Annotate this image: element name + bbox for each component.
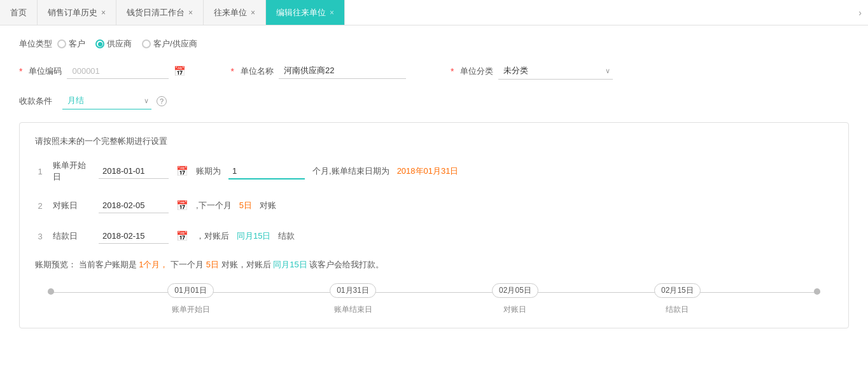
period-box: 请按照未来的一个完整帐期进行设置 1 账单开始日 📅 账期为 个月,账单结束日期…: [19, 122, 849, 328]
period-row-1-desc-prefix: 账期为: [196, 165, 221, 177]
unit-code-icon[interactable]: 📅: [174, 66, 186, 77]
preview-text3: 对账，对账后: [221, 260, 271, 269]
period-row-3-cal[interactable]: 📅: [176, 230, 188, 242]
main-content: 单位类型 客户 供应商 客户/供应商 * 单位编码: [0, 25, 868, 387]
payment-value: 月结: [67, 95, 141, 106]
payment-arrow: ∨: [144, 97, 149, 105]
tab-partner[interactable]: 往来单位 ×: [204, 0, 266, 25]
tab-partner-label: 往来单位: [214, 7, 247, 18]
period-row-3-desc: ，对账后: [196, 230, 229, 242]
tab-sales-history-label: 销售订单历史: [48, 7, 97, 18]
period-row-2-date[interactable]: [99, 198, 169, 213]
period-row-1: 1 账单开始日 📅 账期为 个月,账单结束日期为 2018年01月31日: [35, 160, 833, 183]
preview-label: 账期预览：: [35, 260, 76, 269]
period-row-2-suffix: 对账: [260, 200, 276, 211]
preview-text2: 下一个月: [171, 260, 204, 269]
period-row-3: 3 结款日 📅 ，对账后 同月15日 结款: [35, 229, 833, 244]
preview-val3: 同月15日: [273, 260, 307, 269]
period-row-1-num: 1: [35, 167, 45, 176]
radio-both-label: 客户/供应商: [153, 38, 197, 50]
tab-cash-work-close[interactable]: ×: [188, 8, 193, 17]
unit-code-star: *: [19, 66, 22, 76]
unit-type-label: 单位类型: [19, 38, 52, 50]
unit-type-row: 单位类型 客户 供应商 客户/供应商: [19, 38, 849, 50]
period-row-3-num: 3: [35, 232, 45, 241]
radio-supplier[interactable]: 供应商: [95, 38, 132, 50]
timeline-end-dot: [814, 288, 820, 295]
timeline-label-1: 01月01日: [167, 283, 214, 298]
period-row-1-end-date: 2018年01月31日: [397, 165, 459, 177]
period-row-3-date[interactable]: [99, 229, 169, 244]
timeline-sub-3: 对账日: [503, 304, 526, 315]
period-row-1-label: 账单开始日: [53, 160, 91, 183]
unit-category-group: * 单位分类 未分类 ∨: [451, 62, 613, 80]
tab-edit-partner[interactable]: 编辑往来单位 ×: [266, 0, 345, 25]
preview-val2: 5日: [206, 260, 219, 269]
period-title: 请按照未来的一个完整帐期进行设置: [35, 136, 833, 147]
tab-home[interactable]: 首页: [0, 0, 38, 25]
tab-home-label: 首页: [10, 7, 27, 18]
period-row-3-label: 结款日: [53, 230, 91, 242]
timeline-label-4: 02月15日: [654, 283, 701, 298]
unit-name-label: 单位名称: [241, 66, 274, 77]
radio-both-circle: [142, 39, 151, 48]
timeline-point-3: 02月05日 对账日: [492, 283, 538, 315]
unit-name-input[interactable]: [279, 64, 406, 79]
tab-bar: 首页 销售订单历史 × 钱货日清工作台 × 往来单位 × 编辑往来单位 × ›: [0, 0, 868, 25]
period-row-1-months-input[interactable]: [228, 164, 305, 179]
radio-customer[interactable]: 客户: [57, 38, 85, 50]
timeline-sub-2: 账单结束日: [334, 304, 372, 315]
tab-sales-history-close[interactable]: ×: [101, 8, 106, 17]
tab-partner-close[interactable]: ×: [251, 8, 255, 17]
timeline-sub-4: 结款日: [666, 304, 689, 315]
timeline-label-3: 02月05日: [492, 283, 538, 298]
timeline-sub-1: 账单开始日: [172, 304, 210, 315]
payment-select[interactable]: 月结 ∨: [62, 92, 151, 109]
unit-category-star: *: [451, 66, 454, 76]
timeline-point-2: 01月31日 账单结束日: [330, 283, 376, 315]
unit-category-arrow: ∨: [605, 67, 610, 75]
period-row-2-desc: ,下一个月: [196, 200, 232, 211]
radio-group: 客户 供应商 客户/供应商: [57, 38, 197, 50]
radio-customer-circle: [57, 39, 66, 48]
period-row-3-day: 同月15日: [237, 230, 270, 242]
timeline-points: 01月01日 账单开始日 01月31日 账单结束日 02月05日 对账日 02月…: [41, 283, 827, 315]
period-row-2: 2 对账日 📅 ,下一个月 5日 对账: [35, 198, 833, 213]
period-row-3-suffix: 结款: [278, 230, 295, 242]
unit-type-group: 单位类型 客户 供应商 客户/供应商: [19, 38, 197, 50]
tab-edit-partner-close[interactable]: ×: [330, 8, 334, 17]
preview-text1: 当前客户账期是: [79, 260, 137, 269]
timeline-point-1: 01月01日 账单开始日: [167, 283, 214, 315]
tab-cash-work[interactable]: 钱货日清工作台 ×: [116, 0, 204, 25]
unit-code-input[interactable]: [67, 64, 169, 79]
unit-category-value: 未分类: [503, 65, 603, 76]
timeline-point-4: 02月15日 结款日: [654, 283, 701, 315]
unit-code-label: 单位编码: [29, 66, 62, 77]
period-row-1-cal[interactable]: 📅: [176, 165, 188, 177]
payment-group: 收款条件 月结 ∨ ?: [19, 92, 167, 109]
tab-cash-work-label: 钱货日清工作台: [127, 7, 185, 18]
period-row-2-num: 2: [35, 201, 45, 211]
radio-supplier-label: 供应商: [107, 38, 132, 50]
unit-category-label: 单位分类: [460, 66, 493, 77]
tab-more-button[interactable]: ›: [852, 0, 868, 25]
unit-name-star: *: [230, 66, 234, 76]
unit-name-group: * 单位名称: [230, 64, 405, 79]
timeline: 01月01日 账单开始日 01月31日 账单结束日 02月05日 对账日 02月…: [35, 283, 833, 315]
period-row-1-date[interactable]: [99, 164, 169, 179]
unit-category-select[interactable]: 未分类 ∨: [498, 62, 613, 80]
tab-sales-history[interactable]: 销售订单历史 ×: [38, 0, 116, 25]
period-row-2-label: 对账日: [53, 200, 91, 211]
unit-code-group: * 单位编码 📅: [19, 64, 186, 79]
period-row-1-desc-suffix: 个月,账单结束日期为: [312, 165, 389, 177]
tab-edit-partner-label: 编辑往来单位: [276, 7, 326, 18]
unit-fields-row: * 单位编码 📅 * 单位名称 * 单位分类 未分类 ∨: [19, 62, 849, 80]
period-row-2-day: 5日: [239, 200, 252, 211]
timeline-label-2: 01月31日: [330, 283, 376, 298]
payment-help-icon[interactable]: ?: [157, 96, 167, 106]
preview-text: 账期预览： 当前客户账期是 1个月， 下一个月 5日 对账，对账后 同月15日 …: [35, 259, 833, 271]
preview-val1: 1个月，: [139, 260, 168, 269]
period-row-2-cal[interactable]: 📅: [176, 200, 188, 211]
payment-row: 收款条件 月结 ∨ ?: [19, 92, 849, 109]
radio-both[interactable]: 客户/供应商: [142, 38, 197, 50]
